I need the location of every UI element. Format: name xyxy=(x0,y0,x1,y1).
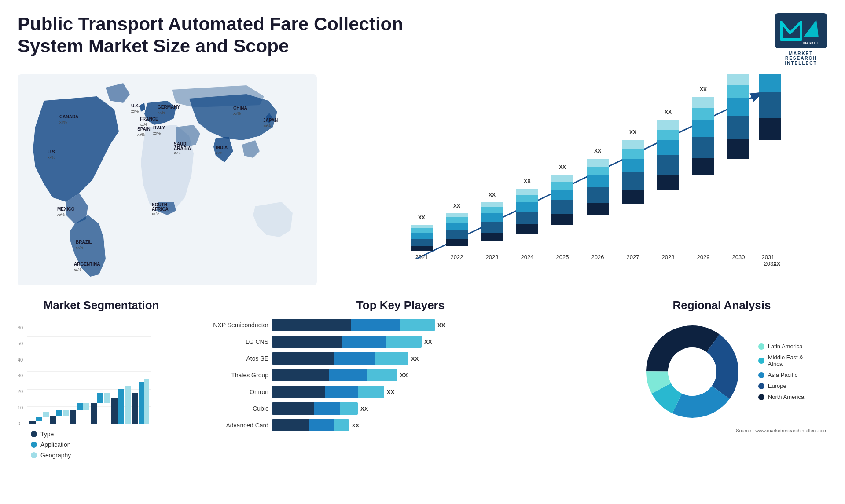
svg-text:xx%: xx% xyxy=(152,212,159,216)
player-bar-container: XX xyxy=(272,336,603,348)
logo-box: MARKET xyxy=(775,13,827,48)
svg-text:ITALY: ITALY xyxy=(153,125,165,130)
svg-rect-66 xyxy=(551,190,573,200)
svg-rect-90 xyxy=(692,120,714,137)
svg-text:U.K.: U.K. xyxy=(131,103,140,108)
player-row-omron: Omron XX xyxy=(198,386,603,398)
bar-seg1 xyxy=(272,352,334,365)
svg-rect-48 xyxy=(446,223,468,230)
svg-text:2030: 2030 xyxy=(732,254,745,260)
bottom-section: Market Segmentation 60 50 40 30 20 10 0 xyxy=(18,299,827,475)
svg-text:xx%: xx% xyxy=(263,124,271,128)
svg-rect-133 xyxy=(83,403,89,410)
svg-rect-42 xyxy=(411,233,433,239)
donut-legend: Latin America Middle East &Africa Asia P… xyxy=(758,343,804,400)
legend-geo-dot xyxy=(31,452,37,458)
svg-text:xx%: xx% xyxy=(158,110,165,115)
svg-rect-96 xyxy=(727,98,749,116)
svg-rect-71 xyxy=(587,187,609,203)
svg-rect-141 xyxy=(125,386,131,424)
svg-rect-78 xyxy=(622,159,644,172)
svg-rect-86 xyxy=(657,120,679,130)
player-row-cubic: Cubic XX xyxy=(198,402,603,415)
legend-app-label: Application xyxy=(40,441,71,448)
svg-rect-47 xyxy=(446,230,468,239)
svg-rect-77 xyxy=(622,172,644,190)
svg-text:2023: 2023 xyxy=(486,254,499,260)
legend-apac-label: Asia Pacific xyxy=(768,372,797,378)
world-map: CANADA xx% U.S. xx% MEXICO xx% BRAZIL xx… xyxy=(18,74,317,285)
bar-seg3 xyxy=(400,319,435,331)
svg-rect-113 xyxy=(759,74,781,92)
bar-seg3 xyxy=(358,386,384,398)
svg-rect-74 xyxy=(587,159,609,167)
svg-text:2029: 2029 xyxy=(697,254,710,260)
svg-text:xx%: xx% xyxy=(137,132,145,137)
source-text: Source : www.marketresearchintellect.com xyxy=(616,428,827,433)
svg-rect-67 xyxy=(551,182,573,190)
logo-line2: RESEARCH xyxy=(785,56,817,61)
svg-text:xx%: xx% xyxy=(131,109,139,113)
segmentation-section: Market Segmentation 60 50 40 30 20 10 0 xyxy=(18,299,185,475)
svg-text:2021: 2021 xyxy=(415,254,428,260)
svg-rect-129 xyxy=(63,410,69,416)
regional-title: Regional Analysis xyxy=(616,299,827,312)
svg-rect-55 xyxy=(481,207,503,213)
legend-apac: Asia Pacific xyxy=(758,372,804,378)
seg-legend: Type Application Geography xyxy=(31,431,185,459)
bar-seg1 xyxy=(272,319,351,331)
svg-text:xx%: xx% xyxy=(216,151,223,155)
svg-rect-98 xyxy=(727,74,749,85)
svg-text:2031: 2031 xyxy=(762,254,775,260)
svg-text:CANADA: CANADA xyxy=(59,114,78,119)
svg-text:xx%: xx% xyxy=(57,212,65,217)
svg-rect-62 xyxy=(516,189,538,195)
bar-chart-svg: XX XX XX XX xyxy=(330,74,827,285)
svg-rect-131 xyxy=(70,410,76,424)
players-chart: NXP Semiconductor XX LG CNS xyxy=(194,319,607,431)
svg-text:XX: XX xyxy=(559,164,566,170)
svg-rect-127 xyxy=(50,416,56,424)
legend-type-dot xyxy=(31,431,37,437)
svg-rect-128 xyxy=(56,410,62,416)
logo-line1: MARKET xyxy=(785,51,817,56)
svg-rect-76 xyxy=(622,190,644,204)
svg-text:BRAZIL: BRAZIL xyxy=(76,240,92,245)
player-bar-container: XX xyxy=(272,386,603,398)
svg-text:xx%: xx% xyxy=(233,111,241,116)
player-row-thales: Thales Group XX xyxy=(198,369,603,381)
legend-latin-dot xyxy=(758,343,764,350)
svg-rect-143 xyxy=(132,393,138,424)
player-row-nxp: NXP Semiconductor XX xyxy=(198,319,603,331)
svg-rect-80 xyxy=(622,140,644,149)
svg-rect-132 xyxy=(77,403,83,410)
legend-latin: Latin America xyxy=(758,343,804,350)
top-section: CANADA xx% U.S. xx% MEXICO xx% BRAZIL xx… xyxy=(18,74,827,285)
svg-rect-60 xyxy=(516,202,538,212)
legend-type-label: Type xyxy=(40,431,54,438)
legend-type: Type xyxy=(31,431,185,438)
svg-text:xx%: xx% xyxy=(174,151,181,155)
player-value: XX xyxy=(411,355,419,362)
donut-area: Latin America Middle East &Africa Asia P… xyxy=(616,319,827,424)
bar-seg3 xyxy=(340,402,358,415)
player-bar xyxy=(272,336,422,348)
svg-rect-123 xyxy=(29,421,36,424)
legend-geo-label: Geography xyxy=(40,452,71,459)
player-bar xyxy=(272,352,408,365)
legend-latin-label: Latin America xyxy=(768,343,803,350)
svg-text:xx%: xx% xyxy=(76,245,83,250)
bar-seg1 xyxy=(272,369,329,381)
svg-text:2025: 2025 xyxy=(556,254,569,260)
svg-text:ARGENTINA: ARGENTINA xyxy=(74,262,100,267)
svg-rect-136 xyxy=(97,393,103,403)
svg-rect-54 xyxy=(481,213,503,222)
svg-text:XX: XX xyxy=(524,178,531,184)
bar-chart: XX XX XX XX xyxy=(330,74,827,285)
svg-text:XX: XX xyxy=(665,109,672,115)
player-bar-container: XX xyxy=(272,419,603,431)
player-value: XX xyxy=(437,322,445,329)
bar-seg3 xyxy=(334,419,349,431)
svg-rect-50 xyxy=(446,213,468,217)
bar-seg1 xyxy=(272,386,325,398)
